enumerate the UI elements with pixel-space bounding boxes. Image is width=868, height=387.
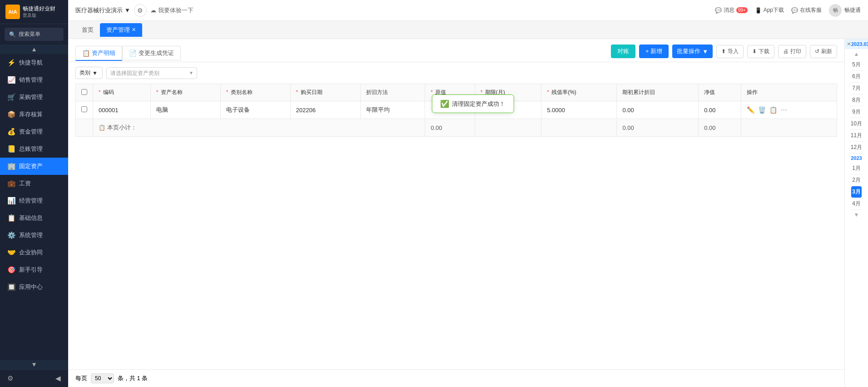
row-more-button[interactable]: ⋯: [781, 106, 787, 114]
calendar-month[interactable]: 7月: [850, 83, 863, 94]
sidebar-item-app-center[interactable]: 🔲 应用中心: [0, 278, 68, 296]
reconcile-button[interactable]: 对账: [611, 45, 635, 58]
collapse-sidebar-icon[interactable]: ◀: [55, 374, 61, 382]
calendar-month[interactable]: 6月: [850, 71, 863, 83]
user-area[interactable]: 畅 畅捷通: [829, 4, 861, 17]
change-voucher-icon: 📄: [129, 50, 137, 57]
sidebar-scroll-down[interactable]: ▼: [0, 360, 68, 369]
sidebar-item-inventory[interactable]: 📦 库存核算: [0, 106, 68, 123]
page-size-select[interactable]: 50 10 20 100: [91, 373, 114, 383]
new-button[interactable]: + 新增: [639, 45, 669, 58]
th-purchase-date: * 购买日期: [290, 84, 360, 101]
calendar-month[interactable]: 1月: [851, 163, 862, 174]
download-button[interactable]: ⬇ 下载: [747, 45, 774, 58]
panel-scroll-up-btn[interactable]: ▲: [845, 49, 868, 59]
sidebar-item-operations[interactable]: 📊 经营管理: [0, 192, 68, 209]
asset-detail-icon: 📋: [82, 50, 90, 57]
calendar-month[interactable]: 2月: [851, 174, 862, 186]
print-button[interactable]: 🖨 打印: [778, 45, 806, 58]
row-checkbox[interactable]: [81, 106, 87, 112]
panel-scroll-down-btn[interactable]: ▼: [845, 210, 868, 220]
purchase-icon: 🛒: [7, 93, 15, 101]
sidebar-item-system[interactable]: ⚙️ 系统管理: [0, 227, 68, 244]
table-container: ✅ 清理固定资产成功！ * 编码: [68, 84, 844, 369]
tab-close-icon[interactable]: ✕: [132, 27, 136, 33]
sidebar-item-quick-nav[interactable]: ⚡ 快捷导航: [0, 54, 68, 71]
subtotal-original: 0.00: [425, 119, 475, 137]
app-download-icon: 📱: [755, 7, 762, 14]
message-button[interactable]: 💬 消息 99+: [715, 6, 748, 14]
select-all-checkbox[interactable]: [81, 89, 87, 95]
sidebar-item-basic-info[interactable]: 📋 基础信息: [0, 209, 68, 227]
sidebar-item-payroll[interactable]: 💼 工资: [0, 175, 68, 192]
row-depreciation-method: 年限平均: [360, 101, 425, 119]
content-area: 📋 资产明细 📄 变更生成凭证 对账 + 新增 批量操作: [68, 39, 868, 387]
row-delete-button[interactable]: 🗑️: [758, 106, 766, 114]
calendar-month[interactable]: 9月: [850, 106, 863, 118]
main-content: 📋 资产明细 📄 变更生成凭证 对账 + 新增 批量操作: [68, 39, 844, 387]
calendar-month[interactable]: 5月: [850, 59, 863, 71]
row-edit-button[interactable]: ✏️: [747, 106, 754, 114]
sidebar-item-ledger[interactable]: 📒 总账管理: [0, 140, 68, 158]
ledger-icon: 📒: [7, 145, 15, 153]
filter-left: 类别 ▼ 请选择固定资产类别 ▼: [75, 67, 197, 79]
year-2023-label: 2023: [845, 154, 868, 163]
subtotal-label-cell: 📋 本页小计：: [93, 119, 425, 137]
top-header: 医疗器械行业演示 ▼ ⚙ ☁ 我要体验一下 💬 消息 99+ 📱 App下载 💬…: [68, 0, 868, 21]
company-dropdown-icon: ▼: [124, 7, 130, 14]
company-selector[interactable]: 医疗器械行业演示 ▼: [75, 6, 130, 15]
search-icon: 🔍: [9, 31, 16, 38]
tabs-bar: 首页 资产管理 ✕: [68, 21, 868, 39]
calendar-month[interactable]: 4月: [851, 198, 862, 210]
right-panel: ✕ 2023.03 ⤢ ▲ 5月6月7月8月9月10月11月12月 2023 1…: [844, 39, 868, 387]
refresh-button[interactable]: ↺ 刷新: [810, 45, 837, 58]
row-name: 电脑: [150, 101, 220, 119]
months-2022-container: 5月6月7月8月9月10月11月12月: [850, 59, 863, 154]
success-toast: ✅ 清理固定资产成功！: [432, 94, 514, 113]
app-download-button[interactable]: 📱 App下载: [755, 6, 784, 14]
sidebar-footer: ⚙ ◀: [0, 369, 68, 387]
sidebar-item-purchase[interactable]: 🛒 采购管理: [0, 89, 68, 106]
sidebar-item-enterprise[interactable]: 🤝 企业协同: [0, 244, 68, 261]
calendar-month[interactable]: 12月: [850, 142, 863, 154]
calendar-month[interactable]: 11月: [850, 130, 863, 142]
experience-button[interactable]: ☁ 我要体验一下: [150, 6, 193, 15]
batch-ops-button[interactable]: 批量操作 ▼: [672, 45, 713, 58]
sub-tab-change-voucher[interactable]: 📄 变更生成凭证: [122, 46, 181, 60]
th-code: * 编码: [93, 84, 151, 101]
row-period-accumulated: 0.00: [617, 101, 699, 119]
fixed-assets-icon: 🏢: [7, 162, 15, 170]
tab-home[interactable]: 首页: [75, 23, 100, 37]
sidebar-item-fixed-assets[interactable]: 🏢 固定资产: [0, 158, 68, 175]
settings-footer-icon[interactable]: ⚙: [7, 374, 13, 382]
avatar: 畅: [829, 4, 842, 17]
subtotal-accumulated: 0.00: [617, 119, 699, 137]
subtotal-empty-actions: [741, 119, 837, 137]
enterprise-icon: 🤝: [7, 248, 15, 257]
tab-asset-mgmt[interactable]: 资产管理 ✕: [100, 23, 142, 37]
sub-tab-asset-detail[interactable]: 📋 资产明细: [75, 46, 122, 61]
refresh-icon: ↺: [815, 48, 819, 55]
panel-close-icon[interactable]: ✕: [847, 41, 851, 47]
top-header-left: 医疗器械行业演示 ▼ ⚙ ☁ 我要体验一下: [75, 4, 193, 17]
calendar-month[interactable]: 8月: [850, 94, 863, 106]
row-checkbox-cell[interactable]: [76, 101, 93, 119]
settings-button[interactable]: ⚙: [134, 4, 147, 17]
row-actions: ✏️ 🗑️ 📋 ⋯: [741, 101, 837, 119]
filter-toolbar: 类别 ▼ 请选择固定资产类别 ▼: [68, 62, 844, 84]
subtotal-empty-residual: [541, 119, 617, 137]
th-category: * 类别名称: [220, 84, 290, 101]
sidebar-item-sales[interactable]: 📈 销售管理: [0, 71, 68, 89]
category-select-input[interactable]: 请选择固定资产类别: [106, 67, 197, 79]
guide-icon: 🎯: [7, 266, 15, 274]
online-service-button[interactable]: 💬 在线客服: [791, 6, 822, 14]
import-button[interactable]: ⬆ 导入: [716, 45, 744, 58]
sidebar-scroll-up[interactable]: ▲: [0, 45, 68, 54]
category-filter[interactable]: 类别 ▼: [75, 67, 103, 79]
sidebar-item-fund[interactable]: 💰 资金管理: [0, 123, 68, 140]
calendar-month[interactable]: 3月: [851, 186, 862, 198]
sidebar-item-guide[interactable]: 🎯 新手引导: [0, 261, 68, 278]
search-menu-button[interactable]: 🔍 搜索菜单: [5, 28, 64, 41]
row-copy-button[interactable]: 📋: [769, 106, 777, 114]
calendar-month[interactable]: 10月: [850, 118, 863, 130]
